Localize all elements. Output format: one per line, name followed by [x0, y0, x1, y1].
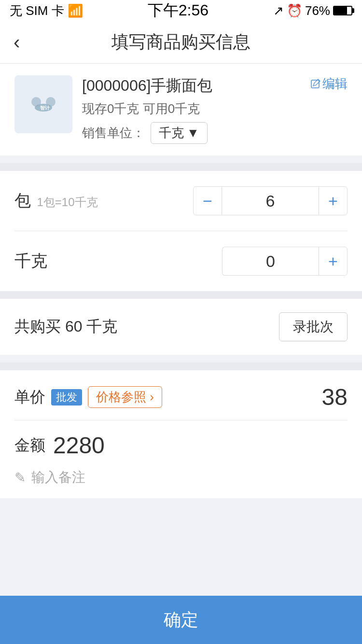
notes-row[interactable]: ✎ 输入备注: [14, 468, 348, 487]
bag-input-row: 包 1包=10千克 − +: [14, 171, 348, 231]
bag-minus-button[interactable]: −: [193, 186, 222, 215]
kg-plus-button[interactable]: +: [319, 247, 348, 276]
notes-placeholder: 输入备注: [31, 468, 85, 487]
unit-value: 千克: [159, 125, 184, 141]
price-label-area: 单价 批发 价格参照 ›: [14, 386, 162, 408]
location-icon: ↗: [273, 3, 284, 18]
product-section: 智计 [0000006]手撕面包 编辑 现存0千克 可用0千克 销售单位： 千克…: [0, 64, 362, 155]
battery-level: 76%: [305, 3, 330, 18]
price-ref-label: 价格参照 ›: [96, 389, 154, 406]
section-gap-2: [0, 291, 362, 299]
bag-hint: 1包=10千克: [37, 196, 97, 209]
confirm-button[interactable]: 确定: [0, 596, 362, 644]
price-section: 单价 批发 价格参照 › 38 金额 2280 ✎ 输入备注: [0, 370, 362, 498]
kg-label-area: 千克: [14, 250, 47, 272]
batch-badge: 批发: [51, 389, 82, 406]
product-name: [0000006]手撕面包: [82, 75, 212, 97]
svg-text:智计: 智计: [40, 105, 50, 111]
kg-stepper: +: [222, 247, 348, 276]
batch-button[interactable]: 录批次: [279, 312, 348, 341]
status-right: ↗ ⏰ 76%: [273, 3, 352, 18]
kg-input[interactable]: [222, 247, 319, 276]
kg-input-row: 千克 +: [14, 231, 348, 291]
product-info: [0000006]手撕面包 编辑 现存0千克 可用0千克 销售单位： 千克 ▼: [82, 75, 348, 144]
nav-bar: ‹ 填写商品购买信息: [0, 21, 362, 64]
bag-input[interactable]: [222, 186, 319, 215]
kg-label: 千克: [14, 252, 47, 270]
amount-row: 金额 2280: [14, 432, 348, 459]
back-button[interactable]: ‹: [14, 31, 20, 53]
price-ref-button[interactable]: 价格参照 ›: [88, 386, 162, 408]
input-section: 包 1包=10千克 − + 千克 +: [0, 171, 362, 291]
bag-label-area: 包 1包=10千克: [14, 190, 98, 212]
edit-button[interactable]: 编辑: [310, 75, 348, 92]
product-stock: 现存0千克 可用0千克: [82, 100, 348, 117]
page-title: 填写商品购买信息: [111, 30, 251, 54]
svg-rect-4: [311, 80, 319, 88]
status-left: 无 SIM 卡 📶: [10, 2, 83, 19]
bag-plus-button[interactable]: +: [319, 186, 348, 215]
unit-label: 销售单位：: [82, 125, 145, 141]
price-value: 38: [322, 384, 348, 410]
edit-label: 编辑: [322, 75, 348, 92]
chevron-down-icon: ▼: [187, 126, 199, 140]
amount-area: 金额 2280 ✎ 输入备注: [14, 420, 348, 498]
status-time: 下午2:56: [148, 0, 209, 21]
product-image: 智计: [14, 75, 72, 133]
unit-select[interactable]: 千克 ▼: [151, 122, 208, 144]
price-label: 单价: [14, 387, 45, 408]
product-unit-row: 销售单位： 千克 ▼: [82, 122, 348, 144]
status-bar: 无 SIM 卡 📶 下午2:56 ↗ ⏰ 76%: [0, 0, 362, 21]
amount-value: 2280: [53, 432, 105, 459]
bag-label: 包: [14, 191, 31, 210]
amount-label: 金额: [14, 435, 45, 456]
total-text: 共购买 60 千克: [14, 316, 117, 337]
battery-icon: [333, 6, 352, 15]
pencil-icon: ✎: [14, 470, 26, 486]
section-gap-1: [0, 163, 362, 171]
price-row: 单价 批发 价格参照 › 38: [14, 384, 348, 420]
alarm-icon: ⏰: [287, 3, 302, 18]
section-gap-3: [0, 363, 362, 370]
total-section: 共购买 60 千克 录批次: [0, 299, 362, 355]
bag-stepper: − +: [193, 186, 348, 215]
